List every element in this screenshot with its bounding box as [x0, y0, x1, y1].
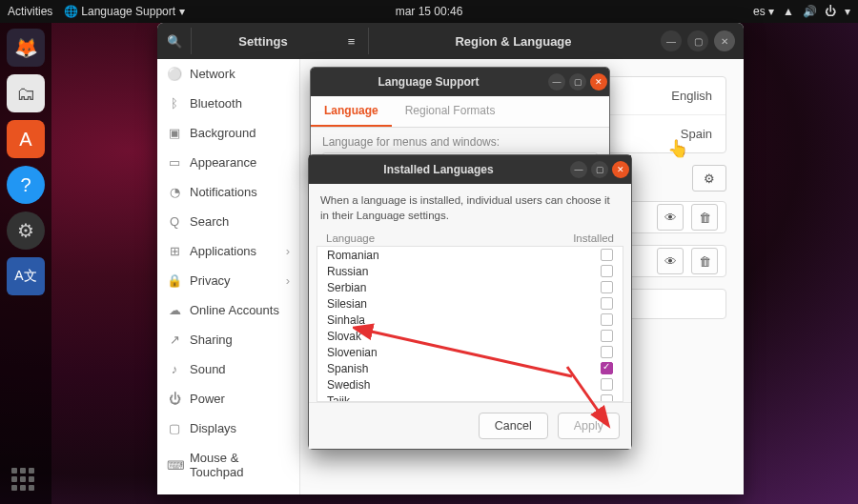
- sidebar-item-keyboard-shortcuts[interactable]: ⌨Keyboard Shortcuts: [157, 487, 299, 494]
- sidebar-item-sharing[interactable]: ↗Sharing: [157, 325, 299, 354]
- sidebar-item-online-accounts[interactable]: ☁Online Accounts: [157, 295, 299, 325]
- sidebar-label: Power: [190, 392, 225, 406]
- volume-icon[interactable]: 🔊: [803, 5, 816, 18]
- activities-button[interactable]: Activities: [8, 5, 52, 18]
- chevron-down-icon: ▾: [179, 5, 185, 18]
- hamburger-button[interactable]: ≡: [335, 28, 369, 54]
- sidebar-label: Privacy: [190, 273, 231, 288]
- sidebar-item-background[interactable]: ▣Background: [157, 118, 299, 148]
- active-app-menu[interactable]: 🌐 Language Support ▾: [64, 5, 185, 18]
- close-button[interactable]: ✕: [590, 73, 607, 91]
- sidebar-item-bluetooth[interactable]: ᛒBluetooth: [157, 89, 299, 118]
- network-icon[interactable]: ▲: [782, 5, 795, 18]
- language-name: Silesian: [327, 297, 367, 311]
- installed-checkbox[interactable]: [601, 362, 613, 374]
- language-row[interactable]: Slovenian: [317, 344, 623, 360]
- dock-settings[interactable]: ⚙: [7, 212, 45, 250]
- remove-input-button[interactable]: 🗑: [691, 204, 718, 231]
- sidebar-item-appearance[interactable]: ▭Appearance: [157, 148, 299, 177]
- search-button[interactable]: 🔍: [157, 28, 192, 54]
- close-button[interactable]: ✕: [714, 30, 735, 51]
- column-installed: Installed: [573, 232, 614, 244]
- tab-language[interactable]: Language: [311, 96, 392, 127]
- language-row[interactable]: Swedish: [317, 376, 623, 393]
- cancel-button[interactable]: Cancel: [479, 413, 548, 439]
- apply-button[interactable]: Apply: [558, 413, 620, 439]
- sidebar-icon: ▣: [167, 126, 182, 140]
- dock-files[interactable]: 🗂: [7, 74, 45, 112]
- sidebar-label: Network: [190, 67, 235, 81]
- dock-software[interactable]: A: [7, 120, 45, 158]
- language-row[interactable]: Spanish: [317, 360, 623, 376]
- installed-checkbox[interactable]: [601, 313, 613, 326]
- minimize-button[interactable]: —: [548, 73, 565, 91]
- installed-checkbox[interactable]: [601, 378, 613, 391]
- maximize-button[interactable]: ▢: [591, 161, 608, 178]
- remove-input-button[interactable]: 🗑: [691, 248, 718, 274]
- dock-help[interactable]: ?: [7, 166, 45, 204]
- installed-checkbox[interactable]: [601, 297, 613, 310]
- sidebar-item-applications[interactable]: ⊞Applications›: [157, 236, 299, 266]
- language-row[interactable]: Sinhala: [317, 312, 623, 328]
- language-name: Slovak: [327, 330, 361, 343]
- view-keyboard-button[interactable]: 👁: [657, 204, 684, 231]
- installed-checkbox[interactable]: [601, 394, 613, 402]
- sidebar-label: Mouse & Touchpad: [190, 451, 290, 479]
- installed-checkbox[interactable]: [601, 346, 613, 358]
- sidebar-item-displays[interactable]: ▢Displays: [157, 413, 299, 443]
- installed-checkbox[interactable]: [601, 330, 613, 342]
- tab-regional-formats[interactable]: Regional Formats: [392, 96, 509, 127]
- minimize-button[interactable]: —: [661, 30, 682, 51]
- maximize-button[interactable]: ▢: [569, 73, 586, 91]
- language-support-tabs: Language Regional Formats: [311, 96, 609, 128]
- sidebar-icon: ⚪: [167, 67, 182, 81]
- sidebar-item-power[interactable]: ⏻Power: [157, 384, 299, 413]
- language-name: Swedish: [327, 378, 370, 392]
- installed-checkbox[interactable]: [601, 281, 613, 293]
- sidebar-item-network[interactable]: ⚪Network: [157, 59, 299, 89]
- sidebar-icon: 🔒: [167, 273, 182, 288]
- language-row[interactable]: Russian: [317, 263, 623, 279]
- sidebar-icon: ▢: [167, 421, 182, 435]
- sidebar-icon: ⊞: [167, 244, 182, 258]
- language-row[interactable]: Silesian: [317, 295, 623, 312]
- dock-language[interactable]: A文: [7, 257, 45, 295]
- installed-checkbox[interactable]: [601, 265, 613, 277]
- installed-checkbox[interactable]: [601, 249, 613, 261]
- column-language: Language: [326, 232, 375, 244]
- sidebar-label: Search: [190, 214, 229, 229]
- installed-languages-dialog: Installed Languages — ▢ ✕ When a languag…: [308, 154, 632, 450]
- chevron-down-icon[interactable]: ▾: [845, 5, 850, 18]
- language-row[interactable]: Serbian: [317, 279, 623, 295]
- sidebar-icon: ⌨: [167, 458, 182, 473]
- sidebar-label: Applications: [190, 244, 256, 258]
- power-icon[interactable]: ⏻: [824, 5, 837, 18]
- chevron-right-icon: ›: [286, 273, 290, 288]
- sidebar-icon: ⏻: [167, 392, 182, 406]
- sidebar-item-privacy[interactable]: 🔒Privacy›: [157, 266, 299, 295]
- sidebar-label: Bluetooth: [190, 96, 242, 111]
- sidebar-item-mouse-touchpad[interactable]: ⌨Mouse & Touchpad: [157, 443, 299, 487]
- sidebar-icon: Q: [167, 214, 182, 229]
- language-row[interactable]: Romanian: [317, 247, 623, 263]
- clock[interactable]: mar 15 00:46: [396, 5, 463, 18]
- installed-languages-header: Installed Languages — ▢ ✕: [309, 155, 631, 184]
- input-source-indicator[interactable]: es ▾: [753, 5, 774, 18]
- dock-firefox[interactable]: 🦊: [7, 29, 45, 67]
- sidebar-item-sound[interactable]: ♪Sound: [157, 354, 299, 384]
- sidebar-icon: ᛒ: [167, 96, 182, 111]
- chevron-right-icon: ›: [286, 244, 290, 258]
- close-button[interactable]: ✕: [612, 161, 629, 178]
- minimize-button[interactable]: —: [570, 161, 587, 178]
- settings-sidebar[interactable]: ⚪NetworkᛒBluetooth▣Background▭Appearance…: [157, 59, 300, 494]
- sidebar-item-notifications[interactable]: ◔Notifications: [157, 177, 299, 207]
- input-source-options-button[interactable]: ⚙: [692, 165, 726, 192]
- maximize-button[interactable]: ▢: [687, 30, 708, 51]
- view-keyboard-button[interactable]: 👁: [657, 248, 684, 274]
- installed-languages-hint: When a language is installed, individual…: [309, 184, 631, 229]
- language-row[interactable]: Slovak: [317, 328, 623, 344]
- languages-listbox[interactable]: RomanianRussianSerbianSilesianSinhalaSlo…: [317, 246, 623, 402]
- sidebar-item-search[interactable]: QSearch: [157, 207, 299, 236]
- language-row[interactable]: Tajik: [317, 393, 623, 402]
- top-bar: Activities 🌐 Language Support ▾ mar 15 0…: [0, 0, 858, 23]
